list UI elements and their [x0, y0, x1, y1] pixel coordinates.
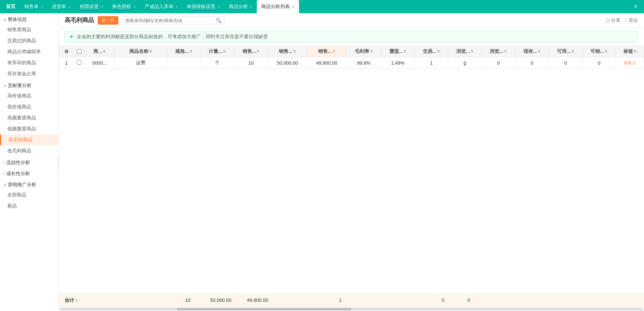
sidebar-collapse-button[interactable]: 《	[58, 155, 59, 170]
nav-tab-role-label: 角色授权	[112, 3, 131, 10]
close-role-tab[interactable]: ×	[133, 4, 136, 9]
nav-tab-analysis[interactable]: 商品分析 ×	[224, 0, 257, 13]
export-button[interactable]: ↑ 导出	[625, 17, 638, 24]
col-margin-rate[interactable]: 毛利率⇅	[346, 46, 381, 57]
chevron-down-icon-3: ∨	[4, 183, 6, 187]
search-input[interactable]	[125, 18, 216, 23]
browse1-link[interactable]: 0	[464, 60, 466, 66]
nav-tab-template[interactable]: 单据模板设置 ×	[182, 0, 224, 13]
close-permission-tab[interactable]: ×	[101, 4, 103, 9]
col-current[interactable]: 现有...⇅	[515, 46, 549, 57]
sidebar-group-trend[interactable]: › 流趋性分析	[0, 156, 58, 167]
row-checkbox-cell[interactable]	[74, 57, 85, 69]
nav-tab-analysis-list[interactable]: 商品分析列表 ×	[257, 0, 299, 13]
sort-icon-transaction: ⇅	[437, 50, 440, 53]
sidebar-group-overall[interactable]: ∨ 整体信息	[0, 13, 58, 24]
row-spec	[167, 57, 201, 69]
scrollbar-thumb[interactable]	[177, 308, 352, 310]
nav-tab-product-import-label: 产成品入库单	[145, 3, 173, 10]
data-table: ⚙ 商...⇅ 商品名称⇅ 规格...⇅	[59, 46, 644, 69]
export-icon: ↑	[625, 18, 627, 23]
sidebar-item-inventory-goods[interactable]: 有库存的商品	[0, 57, 58, 68]
close-sales-tab[interactable]: ×	[41, 4, 43, 9]
sidebar-item-low-margin[interactable]: 低毛利商品	[0, 145, 58, 156]
col-code[interactable]: 商...⇅	[85, 46, 115, 57]
table-row: 1 0000... 运费	[59, 57, 644, 69]
sidebar-item-all-goods[interactable]: 全部商品	[0, 189, 58, 200]
sidebar-group-marketing[interactable]: ∨ 营销推广分析	[0, 178, 58, 189]
row-browse1[interactable]: 0	[448, 57, 482, 69]
close-analysis-tab[interactable]: ×	[250, 4, 252, 9]
sidebar-item-new-goods[interactable]: 新品	[0, 200, 58, 211]
row-unit: 个	[201, 57, 234, 69]
row-code: 0000...	[85, 57, 115, 69]
row-transaction: 1	[415, 57, 448, 69]
row-available: 0	[549, 57, 582, 69]
col-sales-amt[interactable]: 销售...⇅	[268, 46, 307, 57]
close-template-tab[interactable]: ×	[217, 4, 220, 9]
search-icon[interactable]: 🔍	[216, 18, 222, 23]
sidebar-group-profit[interactable]: ∨ 贡献量分析	[0, 79, 58, 90]
share-button[interactable]: ⬡ 分享	[605, 17, 620, 24]
sidebar-item-high-freq[interactable]: 高频量度商品	[0, 112, 58, 123]
row-margin-rate: 99.8%	[346, 57, 381, 69]
footer-empty7	[379, 296, 404, 304]
col-unit[interactable]: 计量...⇅	[201, 46, 234, 57]
nav-tab-home[interactable]: 首页	[1, 0, 20, 13]
nav-tab-role[interactable]: 角色授权 ×	[108, 0, 140, 13]
filter-recent-month-button[interactable]: 近一月	[98, 16, 118, 25]
col-browse1[interactable]: 浏览...⇅	[448, 46, 482, 57]
sidebar-item-low-freq[interactable]: 低频量度商品	[0, 123, 58, 134]
footer-transaction: 1	[327, 296, 353, 304]
footer-browse2: 0	[430, 296, 456, 304]
table-header-row: ⚙ 商...⇅ 商品名称⇅ 规格...⇅	[59, 46, 644, 57]
sort-icon-current: ⇅	[538, 50, 541, 53]
close-product-import-tab[interactable]: ×	[176, 4, 178, 9]
select-all-checkbox[interactable]	[77, 49, 82, 54]
sidebar-item-high-value[interactable]: 高价值商品	[0, 90, 58, 101]
col-transaction[interactable]: 交易...⇅	[415, 46, 448, 57]
sidebar-item-traded-goods[interactable]: 交易过的商品	[0, 35, 58, 46]
sort-icon-sales-cost: ⇅	[332, 50, 335, 53]
col-sales-cost[interactable]: 销售...⇅	[307, 46, 346, 57]
footer-empty6	[353, 296, 379, 304]
col-saleable[interactable]: 可销...⇅	[582, 46, 616, 57]
horizontal-scrollbar[interactable]	[60, 308, 643, 310]
top-nav: 首页 销售单 × 进货单 × 权限设置 × 角色授权 × 产成品入库单 × 单据…	[0, 0, 644, 13]
row-sales-cost: 49,900.00	[307, 57, 346, 69]
col-name[interactable]: 商品名称⇅	[115, 46, 167, 57]
sidebar-item-sales-goods[interactable]: 销售类商品	[0, 24, 58, 35]
sidebar-group-growth[interactable]: › 成长性分析	[0, 167, 58, 178]
nav-tab-permission[interactable]: 权限设置 ×	[75, 0, 108, 13]
sidebar-item-high-margin[interactable]: 高毛利商品	[0, 134, 58, 145]
col-settings[interactable]: ⚙	[59, 46, 74, 57]
col-checkbox[interactable]	[74, 46, 85, 57]
footer-cells: 10 50,000.00 49,900.00 1 0 0	[85, 296, 644, 304]
footer-sales-qty: 10	[173, 296, 202, 304]
row-saleable: 0	[582, 57, 616, 69]
sidebar-item-inventory-ratio[interactable]: 库存资金占用	[0, 68, 58, 79]
sidebar-item-analysis-assist[interactable]: 商品分类辅助率	[0, 46, 58, 57]
nav-tab-sales[interactable]: 销售单 ×	[20, 0, 47, 13]
col-browse2[interactable]: 浏览...⇅	[482, 46, 515, 57]
close-purchase-tab[interactable]: ×	[68, 4, 71, 9]
nav-tab-product-import[interactable]: 产成品入库单 ×	[140, 0, 182, 13]
scrollbar-area	[59, 307, 644, 311]
search-box: 🔍	[122, 17, 225, 24]
sidebar: 《 ∨ 整体信息 销售类商品 交易过的商品 商品分类辅助率 有库存的商品 库存资…	[0, 13, 59, 311]
sort-icon-name: ⇅	[149, 50, 152, 53]
col-available[interactable]: 可用...⇅	[549, 46, 582, 57]
footer-cell-empty3	[144, 296, 173, 304]
close-analysis-list-tab[interactable]: ×	[292, 4, 294, 9]
info-icon: ✦	[69, 34, 74, 40]
col-coverage[interactable]: 覆盖...⇅	[381, 46, 414, 57]
nav-tab-purchase[interactable]: 进货单 ×	[47, 0, 75, 13]
col-tag[interactable]: 标签⇅	[616, 46, 644, 57]
col-spec[interactable]: 规格...⇅	[167, 46, 201, 57]
row-checkbox[interactable]	[77, 60, 82, 65]
sidebar-item-low-value[interactable]: 低价值商品	[0, 101, 58, 112]
nav-tab-analysis-list-label: 商品分析列表	[261, 3, 290, 10]
close-window-button[interactable]: ×	[632, 3, 640, 10]
col-sales-qty[interactable]: 销售...⇅	[234, 46, 267, 57]
footer-label: 合计：	[59, 297, 85, 304]
